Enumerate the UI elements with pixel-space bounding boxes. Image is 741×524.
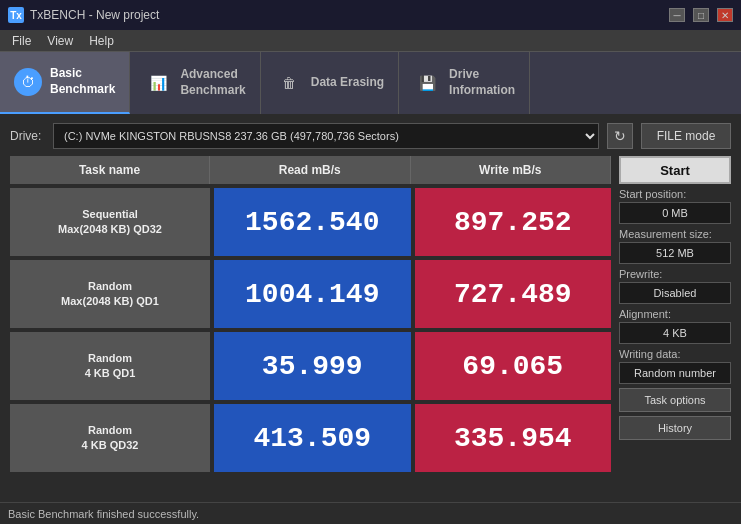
writing-data-section: Writing data: Random number xyxy=(619,348,731,384)
drive-row: Drive: (C:) NVMe KINGSTON RBUSNS8 237.36… xyxy=(10,122,731,150)
file-mode-button[interactable]: FILE mode xyxy=(641,123,731,149)
tab-advanced-benchmark[interactable]: 📊 AdvancedBenchmark xyxy=(130,52,260,114)
col-read: Read mB/s xyxy=(210,156,411,184)
tab-drive-information[interactable]: 💾 DriveInformation xyxy=(399,52,530,114)
write-cell-1: 727.489 xyxy=(415,260,612,328)
refresh-button[interactable]: ↻ xyxy=(607,123,633,149)
benchmark-table: Task name Read mB/s Write mB/s Sequentia… xyxy=(10,156,611,472)
window-title: TxBENCH - New project xyxy=(30,8,159,22)
drive-info-label: DriveInformation xyxy=(449,67,515,98)
close-button[interactable]: ✕ xyxy=(717,8,733,22)
advanced-benchmark-icon: 📊 xyxy=(144,69,172,97)
writing-data-label: Writing data: xyxy=(619,348,731,360)
tab-bar: ⏱ BasicBenchmark 📊 AdvancedBenchmark 🗑 D… xyxy=(0,52,741,114)
title-bar-left: Tx TxBENCH - New project xyxy=(8,7,159,23)
sidebar: Start Start position: 0 MB Measurement s… xyxy=(619,156,731,472)
table-header: Task name Read mB/s Write mB/s xyxy=(10,156,611,184)
table-row: Random4 KB QD1 35.999 69.065 xyxy=(10,332,611,400)
tab-data-erasing[interactable]: 🗑 Data Erasing xyxy=(261,52,399,114)
row-label-0: SequentialMax(2048 KB) QD32 xyxy=(10,188,210,256)
tab-basic-benchmark[interactable]: ⏱ BasicBenchmark xyxy=(0,52,130,114)
col-write: Write mB/s xyxy=(411,156,612,184)
alignment-value: 4 KB xyxy=(619,322,731,344)
row-label-2: Random4 KB QD1 xyxy=(10,332,210,400)
row-label-1: RandomMax(2048 KB) QD1 xyxy=(10,260,210,328)
status-message: Basic Benchmark finished successfully. xyxy=(8,508,199,520)
basic-benchmark-icon: ⏱ xyxy=(14,68,42,96)
prewrite-label: Prewrite: xyxy=(619,268,731,280)
read-cell-0: 1562.540 xyxy=(214,188,411,256)
advanced-benchmark-label: AdvancedBenchmark xyxy=(180,67,245,98)
start-button[interactable]: Start xyxy=(619,156,731,184)
menu-file[interactable]: File xyxy=(4,32,39,50)
prewrite-section: Prewrite: Disabled xyxy=(619,268,731,304)
title-bar-controls: ─ □ ✕ xyxy=(669,8,733,22)
table-row: SequentialMax(2048 KB) QD32 1562.540 897… xyxy=(10,188,611,256)
app-icon: Tx xyxy=(8,7,24,23)
basic-benchmark-label: BasicBenchmark xyxy=(50,66,115,97)
row-label-3: Random4 KB QD32 xyxy=(10,404,210,472)
status-bar: Basic Benchmark finished successfully. xyxy=(0,502,741,524)
drive-select[interactable]: (C:) NVMe KINGSTON RBUSNS8 237.36 GB (49… xyxy=(53,123,599,149)
drive-info-icon: 💾 xyxy=(413,69,441,97)
read-cell-1: 1004.149 xyxy=(214,260,411,328)
start-position-section: Start position: 0 MB xyxy=(619,188,731,224)
minimize-button[interactable]: ─ xyxy=(669,8,685,22)
alignment-label: Alignment: xyxy=(619,308,731,320)
start-position-label: Start position: xyxy=(619,188,731,200)
title-bar: Tx TxBENCH - New project ─ □ ✕ xyxy=(0,0,741,30)
alignment-section: Alignment: 4 KB xyxy=(619,308,731,344)
maximize-button[interactable]: □ xyxy=(693,8,709,22)
main-content: Drive: (C:) NVMe KINGSTON RBUSNS8 237.36… xyxy=(0,114,741,480)
table-row: RandomMax(2048 KB) QD1 1004.149 727.489 xyxy=(10,260,611,328)
write-cell-0: 897.252 xyxy=(415,188,612,256)
measurement-size-value: 512 MB xyxy=(619,242,731,264)
read-cell-3: 413.509 xyxy=(214,404,411,472)
write-cell-3: 335.954 xyxy=(415,404,612,472)
col-task-name: Task name xyxy=(10,156,210,184)
history-button[interactable]: History xyxy=(619,416,731,440)
menu-view[interactable]: View xyxy=(39,32,81,50)
read-cell-2: 35.999 xyxy=(214,332,411,400)
table-row: Random4 KB QD32 413.509 335.954 xyxy=(10,404,611,472)
data-erasing-label: Data Erasing xyxy=(311,75,384,91)
write-cell-2: 69.065 xyxy=(415,332,612,400)
measurement-size-section: Measurement size: 512 MB xyxy=(619,228,731,264)
drive-label: Drive: xyxy=(10,129,45,143)
main-area: Task name Read mB/s Write mB/s Sequentia… xyxy=(10,156,731,472)
prewrite-value: Disabled xyxy=(619,282,731,304)
menu-bar: File View Help xyxy=(0,30,741,52)
task-options-button[interactable]: Task options xyxy=(619,388,731,412)
writing-data-value: Random number xyxy=(619,362,731,384)
measurement-size-label: Measurement size: xyxy=(619,228,731,240)
menu-help[interactable]: Help xyxy=(81,32,122,50)
data-erasing-icon: 🗑 xyxy=(275,69,303,97)
start-position-value: 0 MB xyxy=(619,202,731,224)
